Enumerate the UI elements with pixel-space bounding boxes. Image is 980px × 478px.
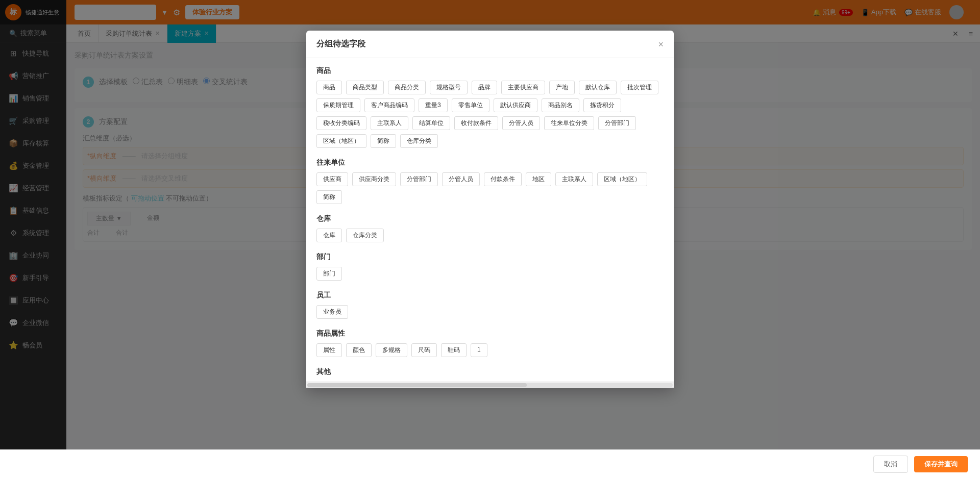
modal-title: 分组待选字段 [316, 39, 365, 49]
field-tag-staff-0[interactable]: 业务员 [316, 305, 348, 319]
field-tag-product-23[interactable]: 区域（地区） [316, 134, 366, 148]
field-tag-partner-8[interactable]: 简称 [316, 190, 342, 204]
modal-header: 分组待选字段 × [306, 31, 674, 58]
field-tag-warehouse-0[interactable]: 仓库 [316, 229, 342, 242]
field-tag-product-11[interactable]: 重量3 [419, 98, 448, 112]
field-tag-product-12[interactable]: 零售单位 [452, 98, 489, 112]
field-tag-product-14[interactable]: 商品别名 [542, 98, 579, 112]
field-tag-product-24[interactable]: 简称 [371, 134, 396, 148]
field-section-warehouse: 仓库仓库仓库分类 [316, 214, 664, 242]
field-section-department: 部门部门 [316, 253, 664, 281]
field-tag-product-attr-4[interactable]: 鞋码 [441, 343, 467, 357]
hscroll-thumb [307, 383, 527, 387]
field-tag-product-19[interactable]: 收付款条件 [454, 116, 498, 130]
field-tags-product-attr: 属性颜色多规格尺码鞋码1 [316, 343, 664, 357]
save-query-button[interactable]: 保存并查询 [914, 456, 968, 472]
modal-dialog: 分组待选字段 × 商品商品商品类型商品分类规格型号品牌主要供应商产地默认仓库批次… [306, 31, 674, 388]
field-tags-staff: 业务员 [316, 305, 664, 319]
field-tag-product-3[interactable]: 规格型号 [430, 81, 468, 94]
modal-body[interactable]: 商品商品商品类型商品分类规格型号品牌主要供应商产地默认仓库批次管理保质期管理客户… [306, 58, 674, 382]
field-tag-product-17[interactable]: 主联系人 [371, 116, 408, 130]
field-tag-product-21[interactable]: 往来单位分类 [544, 116, 594, 130]
field-tag-partner-5[interactable]: 地区 [526, 172, 551, 186]
field-section-product-attr: 商品属性属性颜色多规格尺码鞋码1 [316, 329, 664, 357]
field-tag-partner-4[interactable]: 付款条件 [484, 172, 522, 186]
field-tag-partner-7[interactable]: 区域（地区） [597, 172, 647, 186]
field-tag-product-attr-0[interactable]: 属性 [316, 343, 342, 357]
field-tags-department: 部门 [316, 267, 664, 281]
field-tag-product-16[interactable]: 税收分类编码 [316, 116, 366, 130]
field-tag-product-attr-5[interactable]: 1 [471, 343, 487, 357]
field-section-title-product-attr: 商品属性 [316, 329, 664, 338]
modal-overlay: 分组待选字段 × 商品商品商品类型商品分类规格型号品牌主要供应商产地默认仓库批次… [0, 0, 980, 478]
field-tag-product-attr-3[interactable]: 尺码 [411, 343, 437, 357]
field-tag-partner-0[interactable]: 供应商 [316, 172, 348, 186]
field-tag-product-1[interactable]: 商品类型 [346, 81, 384, 94]
field-tag-product-15[interactable]: 拣货积分 [583, 98, 621, 112]
field-section-title-other: 其他 [316, 367, 664, 376]
field-tag-product-7[interactable]: 默认仓库 [579, 81, 617, 94]
modal-footer: 取消 保存并查询 [0, 449, 980, 478]
field-section-title-warehouse: 仓库 [316, 214, 664, 223]
field-section-title-staff: 员工 [316, 291, 664, 300]
field-tag-product-0[interactable]: 商品 [316, 81, 342, 94]
field-tag-partner-2[interactable]: 分管部门 [400, 172, 438, 186]
field-section-partner: 往来单位供应商供应商分类分管部门分管人员付款条件地区主联系人区域（地区）简称 [316, 158, 664, 204]
hscroll-track [307, 383, 673, 387]
field-tag-product-20[interactable]: 分管人员 [502, 116, 540, 130]
field-tag-product-5[interactable]: 主要供应商 [501, 81, 545, 94]
field-tag-partner-3[interactable]: 分管人员 [442, 172, 480, 186]
field-tag-department-0[interactable]: 部门 [316, 267, 342, 281]
field-tags-partner: 供应商供应商分类分管部门分管人员付款条件地区主联系人区域（地区）简称 [316, 172, 664, 204]
field-tag-product-10[interactable]: 客户商品编码 [364, 98, 414, 112]
modal-hscroll[interactable] [306, 382, 674, 388]
field-section-staff: 员工业务员 [316, 291, 664, 319]
field-section-title-partner: 往来单位 [316, 158, 664, 167]
cancel-button[interactable]: 取消 [873, 456, 908, 473]
field-tag-product-2[interactable]: 商品分类 [388, 81, 426, 94]
field-section-product: 商品商品商品类型商品分类规格型号品牌主要供应商产地默认仓库批次管理保质期管理客户… [316, 66, 664, 148]
field-section-title-department: 部门 [316, 253, 664, 262]
field-tag-partner-6[interactable]: 主联系人 [555, 172, 593, 186]
field-tags-product: 商品商品类型商品分类规格型号品牌主要供应商产地默认仓库批次管理保质期管理客户商品… [316, 81, 664, 148]
field-tag-product-13[interactable]: 默认供应商 [494, 98, 537, 112]
field-tag-product-4[interactable]: 品牌 [472, 81, 497, 94]
field-tag-product-6[interactable]: 产地 [549, 81, 575, 94]
field-tag-product-25[interactable]: 仓库分类 [400, 134, 438, 148]
field-tag-product-22[interactable]: 分管部门 [598, 116, 636, 130]
field-tag-product-attr-2[interactable]: 多规格 [376, 343, 407, 357]
field-tags-warehouse: 仓库仓库分类 [316, 229, 664, 242]
field-tag-warehouse-1[interactable]: 仓库分类 [346, 229, 384, 242]
field-section-other: 其他 [316, 367, 664, 376]
field-tag-product-attr-1[interactable]: 颜色 [346, 343, 372, 357]
field-tag-partner-1[interactable]: 供应商分类 [352, 172, 396, 186]
field-tag-product-18[interactable]: 结算单位 [412, 116, 450, 130]
field-tag-product-9[interactable]: 保质期管理 [316, 98, 360, 112]
field-tag-product-8[interactable]: 批次管理 [621, 81, 658, 94]
field-section-title-product: 商品 [316, 66, 664, 76]
modal-close-btn[interactable]: × [658, 40, 664, 49]
